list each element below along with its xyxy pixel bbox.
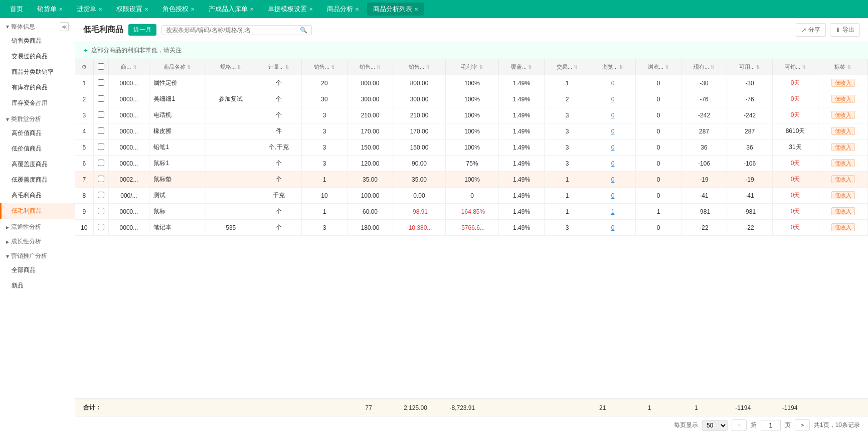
row-checkbox-cell[interactable] [93, 188, 108, 204]
nav-close-sales[interactable]: ✕ [59, 7, 63, 12]
row-view1-cell[interactable]: 0 [590, 188, 636, 204]
nav-close-template-settings[interactable]: ✕ [309, 7, 313, 12]
sales-amount-column-header[interactable]: 销售... ⇅ [348, 59, 393, 75]
row-checkbox-cell[interactable] [93, 107, 108, 123]
row-view1-cell[interactable]: 1 [590, 204, 636, 220]
sidebar-group-marketing[interactable]: ▾ 营销推广分析 [0, 248, 75, 262]
sidebar-item-sales-products[interactable]: 销售类商品 [0, 33, 75, 49]
row-view1-cell[interactable]: 0 [590, 91, 636, 107]
sidebar-item-traded-products[interactable]: 交易过的商品 [0, 49, 75, 64]
row-checkbox[interactable] [98, 127, 104, 134]
available-column-header[interactable]: 可用... ⇅ [727, 59, 773, 75]
sidebar-item-all-products[interactable]: 全部商品 [0, 262, 75, 278]
row-checkbox-cell[interactable] [93, 220, 108, 236]
sidebar-item-new-products[interactable]: 新品 [0, 278, 75, 294]
row-checkbox-cell[interactable] [93, 139, 108, 156]
row-code-cell: 0000... [108, 91, 149, 107]
nav-sales[interactable]: 销货单✕ [31, 3, 69, 16]
nav-close-roles[interactable]: ✕ [191, 7, 195, 12]
sidebar-item-low-margin[interactable]: 低毛利商品 [0, 203, 75, 219]
current-stock-column-header[interactable]: 现有... ⇅ [681, 59, 727, 75]
export-button[interactable]: ⬇ 导出 [830, 23, 860, 37]
nav-home[interactable]: 首页 [4, 3, 29, 16]
share-button[interactable]: ↗ 分享 [796, 23, 826, 37]
sidebar-group-growth[interactable]: ▸ 成长性分析 [0, 233, 75, 248]
row-checkbox[interactable] [98, 95, 104, 102]
row-checkbox[interactable] [98, 111, 104, 118]
row-view1-cell[interactable]: 0 [590, 156, 636, 172]
row-checkbox[interactable] [98, 176, 104, 182]
row-checkbox[interactable] [98, 143, 104, 150]
row-checkbox[interactable] [98, 79, 104, 86]
sidebar-group-overall[interactable]: ▾ 整体信息 ≪ [0, 18, 75, 33]
sidebar-item-stock-capital[interactable]: 库存资金占用 [0, 95, 75, 111]
footer-values: 77 2,125.00 -8,723.91 21 1 1 -1194 -1194 [111, 404, 860, 411]
row-view1-cell[interactable]: 0 [590, 123, 636, 139]
sidebar-item-category-rate[interactable]: 商品分类助销率 [0, 64, 75, 80]
row-checkbox-cell[interactable] [93, 172, 108, 188]
row-view1-cell[interactable]: 0 [590, 75, 636, 91]
sidebar-item-high-margin[interactable]: 高毛利商品 [0, 188, 75, 203]
row-coverage-cell: 1.49% [499, 91, 545, 107]
spec-column-header[interactable]: 规格... ⇅ [206, 59, 256, 75]
search-icon[interactable]: 🔍 [300, 27, 307, 34]
nav-product-entry[interactable]: 产成品入库单✕ [203, 3, 260, 16]
nav-close-permissions[interactable]: ✕ [144, 7, 148, 12]
row-view1-cell[interactable]: 0 [590, 220, 636, 236]
nav-close-product-analysis[interactable]: ✕ [355, 7, 359, 12]
nav-close-product-entry[interactable]: ✕ [250, 7, 254, 12]
sellable-column-header[interactable]: 可销... ⇅ [773, 59, 818, 75]
date-filter-button[interactable]: 近一月 [128, 24, 156, 36]
nav-product-analysis-list[interactable]: 商品分析列表✕ [367, 3, 424, 16]
sidebar-item-low-value[interactable]: 低价值商品 [0, 141, 75, 157]
sidebar-item-in-stock[interactable]: 有库存的商品 [0, 80, 75, 95]
prev-page-button[interactable]: ＜ [732, 419, 747, 431]
select-all-checkbox[interactable] [98, 63, 104, 70]
per-page-select[interactable]: 50 20 100 [702, 420, 728, 431]
row-checkbox-cell[interactable] [93, 91, 108, 107]
row-checkbox[interactable] [98, 224, 104, 230]
view1-column-header[interactable]: 浏览... ⇅ [590, 59, 636, 75]
nav-template-settings[interactable]: 单据模板设置✕ [262, 3, 319, 16]
sales-profit-column-header[interactable]: 销售... ⇅ [393, 59, 446, 75]
row-checkbox-cell[interactable] [93, 156, 108, 172]
row-checkbox-cell[interactable] [93, 204, 108, 220]
sidebar-item-high-value[interactable]: 高价值商品 [0, 125, 75, 141]
checkbox-column-header[interactable] [93, 59, 108, 75]
row-view1-cell[interactable]: 0 [590, 172, 636, 188]
view2-column-header[interactable]: 浏览... ⇅ [636, 59, 681, 75]
name-column-header[interactable]: 商品名称 ⇅ [149, 59, 206, 75]
nav-purchase[interactable]: 进货单✕ [71, 3, 108, 16]
next-page-button[interactable]: ＞ [795, 419, 810, 431]
unit-column-header[interactable]: 计量... ⇅ [256, 59, 302, 75]
row-checkbox-cell[interactable] [93, 75, 108, 91]
sidebar-group-category[interactable]: ▾ 类群堂分析 [0, 111, 75, 125]
row-checkbox[interactable] [98, 192, 104, 198]
coverage-column-header[interactable]: 覆盖... ⇅ [499, 59, 545, 75]
row-checkbox[interactable] [98, 160, 104, 166]
row-view1-cell[interactable]: 0 [590, 139, 636, 156]
nav-close-purchase[interactable]: ✕ [98, 7, 102, 12]
row-coverage-cell: 1.49% [499, 172, 545, 188]
row-checkbox[interactable] [98, 208, 104, 214]
sidebar-item-low-coverage[interactable]: 低覆盖度商品 [0, 172, 75, 188]
nav-close-product-analysis-list[interactable]: ✕ [414, 7, 418, 12]
search-input[interactable] [166, 27, 298, 34]
row-view1-cell[interactable]: 0 [590, 107, 636, 123]
tag-column-header[interactable]: 标签 ⇅ [818, 59, 868, 75]
row-available-cell: 287 [727, 123, 773, 139]
gross-margin-column-header[interactable]: 毛利率 ⇅ [445, 59, 498, 75]
sidebar-item-high-coverage[interactable]: 高覆盖度商品 [0, 157, 75, 172]
row-transaction-cell: 1 [545, 204, 590, 220]
sales-qty-column-header[interactable]: 销售... ⇅ [302, 59, 348, 75]
row-checkbox-cell[interactable] [93, 123, 108, 139]
nav-permissions[interactable]: 权限设置✕ [110, 3, 154, 16]
code-column-header[interactable]: 商... ⇅ [108, 59, 149, 75]
settings-column-header[interactable]: ⚙ [75, 59, 93, 75]
nav-product-analysis[interactable]: 商品分析✕ [321, 3, 365, 16]
transaction-column-header[interactable]: 交易... ⇅ [545, 59, 590, 75]
nav-roles[interactable]: 角色授权✕ [156, 3, 201, 16]
sidebar-group-circulation[interactable]: ▸ 流通性分析 [0, 219, 75, 233]
sidebar-collapse-overall[interactable]: ≪ [60, 22, 69, 31]
page-number-input[interactable] [761, 420, 781, 430]
